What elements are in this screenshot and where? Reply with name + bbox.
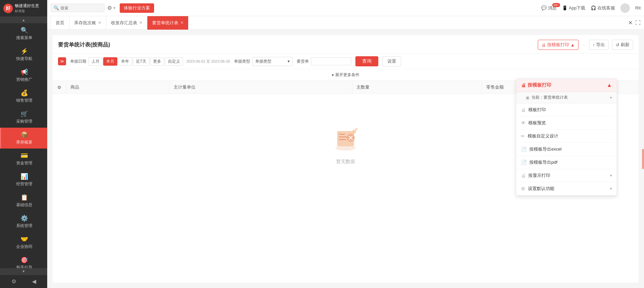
sidebar-item-guide[interactable]: 🎯 新手引导 — [0, 253, 47, 268]
sidebar-item-purchase[interactable]: 🛒 采购管理 — [0, 107, 47, 128]
sidebar-item-finance[interactable]: 💳 资金管理 — [0, 149, 47, 169]
tab-collection-summary[interactable]: 收发存汇总表 ✕ — [106, 16, 147, 30]
template-export-pdf-item[interactable]: 📄 按模板导出pdf — [516, 156, 617, 169]
trial-button[interactable]: 体验行业方案 — [120, 3, 154, 13]
template-dropdown-close-icon[interactable]: ▲ — [607, 82, 612, 88]
tab-close-collection-summary[interactable]: ✕ — [139, 21, 142, 25]
template-print-button[interactable]: 🖨 按模板打印 ▲ — [538, 40, 579, 50]
printer-icon: 🖨 — [541, 42, 546, 47]
app-download-btn[interactable]: 📱 App下载 — [562, 5, 585, 11]
empty-text: 暂无数据 — [336, 159, 355, 165]
td-set-default-icon: ⚙ — [521, 186, 525, 191]
td-printer-icon: 🖨 — [521, 107, 526, 113]
td-excel-icon: 📄 — [521, 147, 527, 152]
refresh-icon: ↺ — [616, 42, 619, 47]
main-area: 🔍 ⚙ ▾ 体验行业方案 💬 消息 99+ 📱 App下载 🎧 在线客服 Rit — [47, 0, 644, 288]
td-custom-icon: ✏ — [521, 133, 525, 139]
sidebar-item-marketing[interactable]: 📢 营销推广 — [0, 65, 47, 86]
tab-fullscreen-icon[interactable]: ⛶ — [635, 20, 641, 26]
sidebar-item-sales[interactable]: 💰 销售管理 — [0, 86, 47, 107]
display-print-submenu[interactable]: 🖨 按显示打印 ▾ — [516, 169, 617, 182]
message-icon: 💬 — [541, 5, 547, 10]
template-custom-item[interactable]: ✏ 模板自定义设计 — [516, 130, 617, 143]
date-btn-current-year[interactable]: 本年 — [118, 57, 132, 66]
system-icon: ⚙️ — [21, 215, 28, 222]
svg-point-7 — [355, 128, 358, 131]
sidebar-item-quicknav[interactable]: ⚡ 快捷导航 — [0, 44, 47, 65]
svg-rect-2 — [339, 134, 345, 135]
tab-home[interactable]: 首页 — [51, 16, 69, 30]
refresh-button[interactable]: ↺ 刷新 — [612, 40, 633, 50]
message-btn[interactable]: 💬 消息 99+ — [541, 5, 557, 11]
collapse-sidebar-icon[interactable]: ◀ — [32, 278, 36, 285]
requisition-label: 要货单 — [297, 59, 309, 64]
topbar-dropdown-icon[interactable]: ▾ — [113, 5, 116, 10]
logo-text: 畅捷通好生意 标准版 — [15, 3, 39, 13]
export-button[interactable]: ↑ 导出 — [589, 40, 609, 50]
date-btn-last-7days[interactable]: 近7天 — [133, 57, 149, 66]
basic-icon: 📋 — [21, 194, 28, 201]
sidebar-item-operation[interactable]: 📊 经营管理 — [0, 169, 47, 190]
settings-bottom-icon[interactable]: ⚙ — [11, 278, 16, 285]
tab-close-all-icon[interactable]: ✕ — [628, 20, 633, 26]
template-dropdown-title-group: 🖨 按模板打印 — [521, 82, 551, 88]
purchase-icon: 🛒 — [21, 110, 28, 118]
sidebar-item-basic[interactable]: 📋 基础信息 — [0, 190, 47, 211]
page-header: 要货单统计表(按商品) 🖨 按模板打印 ▲ ··· ↑ 导出 ↺ 刷新 — [53, 35, 639, 53]
page-title: 要货单统计表(按商品) — [58, 41, 110, 49]
tab-requisition-stats[interactable]: 要货单统计表 ✕ — [147, 16, 188, 30]
template-preview-item[interactable]: 👁 模板预览 — [516, 117, 617, 130]
avatar[interactable] — [620, 3, 630, 13]
sidebar-item-system[interactable]: ⚙️ 系统管理 — [0, 211, 47, 232]
sidebar-scroll-down[interactable]: ▼ — [0, 268, 47, 275]
current-template-row[interactable]: ▣ 当前：要货单统计表 ▾ — [516, 92, 617, 103]
filter-expand-button[interactable]: ≫ — [58, 57, 66, 65]
topbar-gear-icon[interactable]: ⚙ — [107, 5, 112, 11]
empty-illustration — [329, 121, 362, 155]
date-btn-current-month[interactable]: 本月 — [103, 57, 117, 66]
td-display-print-icon: 🖨 — [521, 173, 526, 178]
requisition-input[interactable] — [311, 57, 351, 65]
order-type-select[interactable]: 单据类型 ▾ — [252, 57, 293, 66]
order-type-label: 单据类型 — [234, 59, 250, 64]
printer-dropdown-icon: 🖨 — [521, 83, 526, 88]
collab-icon: 🤝 — [21, 235, 28, 243]
online-service-btn[interactable]: 🎧 在线客服 — [591, 5, 615, 11]
td-preview-icon: 👁 — [521, 120, 526, 126]
sidebar-item-search[interactable]: 🔍 搜索菜单 — [0, 23, 47, 44]
date-btn-custom[interactable]: 自定义 — [165, 57, 183, 66]
tab-close-requisition-stats[interactable]: ✕ — [180, 21, 183, 25]
tab-batch-account[interactable]: 库存批次账 ✕ — [69, 16, 106, 30]
date-filter-group: 单据日期 上月 本月 本年 近7天 更多 自定义 2023-06-01 至 20… — [70, 57, 230, 66]
topbar-search-box[interactable]: 🔍 — [51, 4, 105, 12]
query-button[interactable]: 查询 — [355, 56, 378, 66]
settings-button[interactable]: 设置 — [382, 56, 401, 66]
set-default-submenu[interactable]: ⚙ 设置默认功能 ▾ — [516, 182, 617, 195]
app-logo: 好 畅捷通好生意 标准版 — [0, 0, 47, 17]
tabbar: 首页 库存批次账 ✕ 收发存汇总表 ✕ 要货单统计表 ✕ ✕ ⛶ — [47, 16, 644, 30]
search-input[interactable] — [60, 6, 101, 10]
sidebar-item-inventory[interactable]: 📦 库存核算 — [0, 128, 47, 149]
filter-bar: ≫ 单据日期 上月 本月 本年 近7天 更多 自定义 2023-06-01 至 … — [53, 53, 639, 69]
export-icon: ↑ — [593, 42, 595, 47]
dot-more-icon: ··· — [582, 42, 586, 47]
sidebar: 好 畅捷通好生意 标准版 ▲ 🔍 搜索菜单 ⚡ 快捷导航 📢 营销推广 💰 销售… — [0, 0, 47, 288]
template-dropdown: 🖨 按模板打印 ▲ ▣ 当前：要货单统计表 ▾ 🖨 模板打印 — [516, 78, 617, 196]
scroll-indicator[interactable] — [642, 149, 644, 169]
finance-icon: 💳 — [21, 152, 28, 159]
sidebar-scroll-up[interactable]: ▲ — [0, 17, 47, 23]
logo-icon: 好 — [3, 4, 13, 13]
template-export-excel-item[interactable]: 📄 按模板导出excel — [516, 143, 617, 156]
sidebar-item-collab[interactable]: 🤝 企业协同 — [0, 232, 47, 253]
tab-close-batch-account[interactable]: ✕ — [98, 21, 101, 25]
date-btn-more[interactable]: 更多 — [150, 57, 164, 66]
template-print-item[interactable]: 🖨 模板打印 — [516, 103, 617, 117]
col-settings[interactable]: ⚙ — [53, 81, 66, 94]
select-dropdown-icon: ▾ — [288, 59, 290, 64]
display-print-arrow-icon: ▾ — [610, 173, 612, 178]
expand-more-icon: ▾ — [332, 73, 334, 77]
date-btn-last-month[interactable]: 上月 — [88, 57, 103, 66]
app-download-icon: 📱 — [562, 5, 567, 10]
order-type-filter-group: 单据类型 单据类型 ▾ — [234, 57, 293, 66]
marketing-icon: 📢 — [21, 68, 28, 76]
